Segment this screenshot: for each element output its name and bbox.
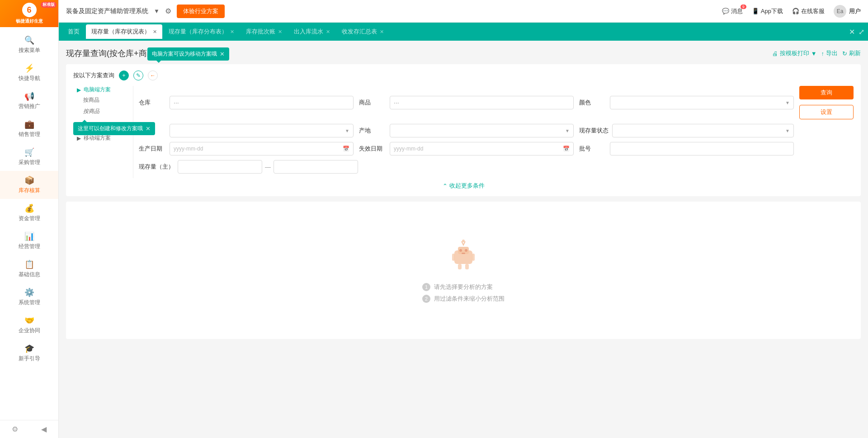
tooltip1-close-btn[interactable]: ✕ — [220, 51, 225, 57]
tab-home[interactable]: 首页 — [62, 24, 85, 39]
scheme-mobile-item[interactable]: ▶ 移动端方案 — [77, 134, 127, 142]
sidebar-item-inventory[interactable]: 📦 库存核算 — [0, 171, 58, 199]
enterprise-icon: 🤝 — [24, 316, 34, 325]
tab-inventory-dist-close[interactable]: ✕ — [230, 29, 234, 35]
edit-scheme-btn[interactable]: ✎ — [133, 71, 143, 80]
refresh-btn[interactable]: ↻ 刷新 — [842, 49, 861, 57]
header-right: 💬 消息 9 📱 App下载 🎧 在线客服 Ea 用户 — [722, 5, 861, 18]
online-service-btn[interactable]: 🎧 在线客服 — [792, 7, 825, 15]
sidebar-item-purchase[interactable]: 🛒 采购管理 — [0, 143, 58, 171]
sidebar-item-enterprise[interactable]: 🤝 企业协同 — [0, 311, 58, 339]
logo-badge: 标准版 — [41, 2, 57, 8]
tab-inventory-dist[interactable]: 现存量（库存分布表） ✕ — [163, 24, 240, 39]
product-input[interactable]: ··· — [390, 96, 574, 109]
sidebar-item-finance[interactable]: 💰 资金管理 — [0, 199, 58, 227]
expiry-date-input[interactable]: yyyy-mm-dd 📅 — [390, 142, 574, 155]
print-btn[interactable]: 🖨 按模板打印 ▼ — [772, 49, 817, 57]
online-service-label: 在线客服 — [801, 7, 825, 15]
system-dropdown-btn[interactable]: ▼ — [154, 8, 160, 14]
stock-qty-min[interactable] — [178, 160, 262, 174]
header-left: 装备及固定资产辅助管理系统 ▼ ⚙ 体验行业方案 — [66, 5, 225, 18]
tip-text-2: 用过滤条件来缩小分析范围 — [434, 295, 505, 303]
color-select[interactable]: ▼ — [610, 96, 794, 109]
tab-home-label: 首页 — [68, 28, 80, 36]
refresh-icon: ↻ — [842, 50, 847, 57]
sidebar-item-system[interactable]: ⚙️ 系统管理 — [0, 283, 58, 311]
notice-icon: 💬 — [722, 8, 729, 14]
settings-footer-btn[interactable]: ⚙ — [12, 425, 18, 433]
empty-tips: 1 请先选择要分析的方案 2 用过滤条件来缩小分析范围 — [422, 283, 505, 303]
tab-batch-account-close[interactable]: ✕ — [278, 29, 282, 35]
product-dots-icon: ··· — [394, 99, 399, 106]
headset-icon: 🎧 — [792, 8, 799, 14]
tooltip-pc-scheme: 电脑方案可设为移动方案哦 ✕ — [147, 47, 229, 61]
color-label: 颜色 — [579, 99, 606, 107]
reset-button[interactable]: 设置 — [799, 105, 854, 119]
tip-num-2: 2 — [422, 295, 430, 303]
sidebar-item-search[interactable]: 🔍 搜索菜单 — [0, 31, 58, 59]
sidebar-item-sales[interactable]: 💼 销售管理 — [0, 115, 58, 143]
header-gear-icon[interactable]: ⚙ — [165, 7, 171, 15]
stock-qty-max[interactable] — [274, 160, 358, 174]
warehouse-input[interactable]: ··· — [170, 96, 354, 109]
stock-qty-label: 现存量（主） — [139, 163, 174, 171]
scheme-pc-item[interactable]: ▶ 电脑端方案 — [77, 86, 127, 94]
app-download-btn[interactable]: 📱 App下载 — [752, 7, 783, 15]
tab-batch-account[interactable]: 库存批次账 ✕ — [241, 24, 288, 39]
sidebar-item-quicknav[interactable]: ⚡ 快捷导航 — [0, 59, 58, 87]
svg-rect-5 — [452, 254, 455, 261]
sidebar-item-marketing[interactable]: 📢 营销推广 — [0, 87, 58, 115]
warehouse-dots-icon: ··· — [174, 99, 179, 106]
batch-no-label: 批号 — [579, 145, 606, 153]
scheme-mobile-arrow: ▶ — [77, 135, 81, 141]
collapse-filter-btn[interactable]: ⌃ 收起更多条件 — [73, 182, 854, 190]
tab-close-all-btn[interactable]: ✕ — [849, 28, 855, 36]
tab-inventory-status-close[interactable]: ✕ — [153, 29, 157, 35]
scheme-section: ▶ 电脑端方案 按商品 按商品 — [77, 86, 127, 116]
tab-flow-close[interactable]: ✕ — [326, 29, 330, 35]
origin-select[interactable]: ▼ — [390, 124, 574, 137]
trial-btn[interactable]: 体验行业方案 — [177, 5, 225, 18]
add-scheme-btn[interactable]: + — [119, 71, 129, 80]
collapse-icon: ⌃ — [443, 183, 448, 189]
inventory-icon: 📦 — [24, 175, 34, 185]
tab-inventory-status[interactable]: 现存量（库存状况表） ✕ — [86, 24, 162, 39]
sidebar-item-basicinfo[interactable]: 📋 基础信息 — [0, 255, 58, 283]
export-label: 导出 — [826, 49, 838, 57]
tab-flow[interactable]: 出入库流水 ✕ — [288, 24, 335, 39]
collapse-sidebar-btn[interactable]: ◀ — [41, 425, 47, 433]
tooltip2-close-btn[interactable]: ✕ — [146, 125, 151, 132]
tip-num-1: 1 — [422, 283, 430, 291]
search-button[interactable]: 查询 — [799, 86, 854, 99]
filter-panel: 按以下方案查询 + ✎ ← 电脑方案可设为移动方案哦 ✕ — [66, 64, 861, 196]
print-label: 按模板打印 — [780, 49, 809, 57]
sales-icon: 💼 — [24, 119, 34, 129]
sidebar-item-tutorial[interactable]: 🎓 新手引导 — [0, 339, 58, 367]
field-stock-qty: 现存量（主） — — [139, 160, 358, 174]
svg-rect-6 — [472, 254, 475, 261]
sidebar-item-business[interactable]: 📊 经营管理 — [0, 227, 58, 255]
batch-no-input[interactable] — [610, 142, 794, 155]
user-menu-btn[interactable]: Ea 用户 — [834, 5, 861, 18]
sidebar-item-finance-label: 资金管理 — [19, 215, 40, 222]
tab-maximize-btn[interactable]: ⤢ — [859, 28, 864, 36]
sidebar-item-tutorial-label: 新手引导 — [19, 355, 40, 363]
stock-status-dropdown-icon: ▼ — [785, 128, 790, 133]
notice-btn[interactable]: 💬 消息 9 — [722, 7, 743, 15]
export-btn[interactable]: ↑ 导出 — [821, 49, 838, 57]
svg-point-9 — [462, 240, 465, 242]
sidebar-nav: 🔍 搜索菜单 ⚡ 快捷导航 📢 营销推广 💼 销售管理 🛒 采购管理 📦 库存核… — [0, 27, 58, 420]
svg-point-2 — [459, 249, 462, 252]
collapse-label: 收起更多条件 — [449, 182, 485, 190]
size-select[interactable]: ▼ — [170, 124, 354, 137]
size-dropdown-icon: ▼ — [345, 128, 349, 133]
arrow-scheme-btn[interactable]: ← — [148, 71, 158, 80]
sidebar-item-purchase-label: 采购管理 — [19, 159, 40, 166]
field-expiry-date: 失效日期 yyyy-mm-dd 📅 — [359, 142, 574, 155]
tab-summary-close[interactable]: ✕ — [380, 29, 384, 35]
tab-summary[interactable]: 收发存汇总表 ✕ — [336, 24, 389, 39]
filter-label: 按以下方案查询 — [73, 71, 114, 80]
stock-status-select[interactable]: ▼ — [612, 124, 794, 137]
expiry-date-placeholder: yyyy-mm-dd — [394, 146, 423, 152]
production-date-input[interactable]: yyyy-mm-dd 📅 — [170, 142, 354, 155]
